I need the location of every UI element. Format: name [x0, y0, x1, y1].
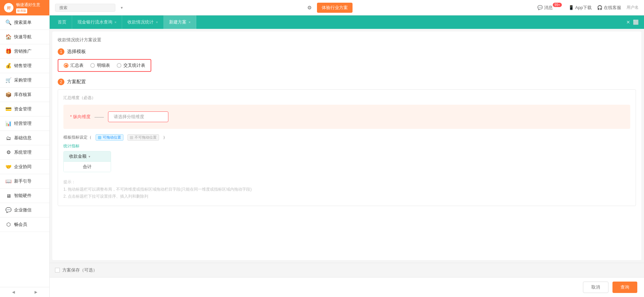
tab-new-plan[interactable]: 新建方案 ×: [164, 15, 196, 29]
sidebar-item-label: 资金管理: [14, 106, 32, 112]
sidebar-item-label: 营销推广: [14, 48, 32, 54]
cancel-button[interactable]: 取消: [583, 282, 608, 293]
draggable-indicator: [98, 136, 101, 139]
message-button[interactable]: 💬 消息 99+: [537, 5, 563, 11]
radio-summary[interactable]: 汇总表: [64, 62, 84, 68]
sidebar-item-inventory[interactable]: 📦 库存核算: [0, 88, 49, 102]
query-button[interactable]: 查询: [612, 282, 637, 293]
tip1-text: 1. 拖动标题栏可以调整布局，不可跨维度或指标区域拖动栏目字段(只能在同一维度或…: [63, 186, 630, 193]
non-draggable-label: 不可拖动位置: [135, 135, 157, 140]
metric-cell-total: 合计: [64, 162, 111, 172]
sidebar-logo: 好 畅捷通好生意 标准版: [0, 0, 49, 15]
metric-tag-revenue[interactable]: 收款金额 ▾: [64, 151, 111, 162]
gear-settings-icon[interactable]: ⚙: [307, 5, 312, 11]
tab-cashflow-close-icon[interactable]: ×: [114, 20, 116, 24]
save-checkbox[interactable]: [55, 268, 60, 273]
step1-section: 1 选择模板 汇总表 明细表 交叉统计表: [58, 48, 636, 72]
tips-title: 提示：: [63, 180, 75, 184]
search-input[interactable]: [55, 4, 115, 12]
sidebar-item-label: 采购管理: [14, 77, 32, 83]
sidebar-item-label: 企业微信: [14, 207, 32, 213]
vertical-dimension-label: * 纵向维度: [70, 114, 91, 120]
dimension-select[interactable]: 请选择分组维度: [108, 111, 168, 122]
message-label: 消息: [544, 5, 553, 11]
sidebar-item-search[interactable]: 🔍 搜索菜单: [0, 15, 49, 30]
close-window-icon[interactable]: ✕: [626, 19, 630, 25]
maximize-window-icon[interactable]: ⬜: [633, 19, 639, 25]
save-option-bar: 方案保存（可选）: [50, 263, 644, 277]
draggable-label: 可拖动位置: [103, 135, 121, 140]
sidebar-item-label: 系统管理: [14, 149, 32, 155]
sidebar-item-system[interactable]: ⚙ 系统管理: [0, 145, 49, 160]
dimension-subtitle: 汇总维度（必选）: [63, 95, 630, 101]
topbar-right: 💬 消息 99+ 📱 App下载 🎧 在线客服 用户名: [537, 5, 639, 11]
money-icon: 💰: [5, 63, 11, 69]
chat-icon: 💬: [5, 207, 11, 213]
tab-new-plan-label: 新建方案: [169, 19, 186, 25]
online-service-button[interactable]: 🎧 在线客服: [597, 5, 621, 11]
step2-section: 2 方案配置 汇总维度（必选） * 纵向维度 —— 请选择分组: [58, 79, 636, 206]
metrics-table: 收款金额 ▾ 合计: [63, 151, 111, 172]
sidebar-expand-btn[interactable]: ▶: [25, 290, 47, 294]
sidebar-item-label: 基础信息: [14, 135, 32, 141]
chevron-down-icon[interactable]: ▾: [121, 5, 123, 10]
sidebar-item-sales[interactable]: 💰 销售管理: [0, 59, 49, 73]
tab-cashflow[interactable]: 现金银行流水查询 ×: [72, 15, 122, 29]
tips-section: 提示： 1. 拖动标题栏可以调整布局，不可跨维度或指标区域拖动栏目字段(只能在同…: [63, 179, 630, 200]
dimension-arrow: ——: [95, 114, 104, 119]
radio-cross[interactable]: 交叉统计表: [117, 62, 145, 68]
app-download-button[interactable]: 📱 App下载: [569, 5, 592, 11]
sidebar-item-operation[interactable]: 📊 经营管理: [0, 116, 49, 131]
sidebar-item-label: 库存核算: [14, 92, 32, 98]
tab-home[interactable]: 首页: [52, 15, 72, 29]
draggable-badge: 可拖动位置: [96, 134, 123, 141]
logo-icon: 好: [4, 3, 13, 12]
sidebar-item-member[interactable]: ⬡ 畅会员: [0, 217, 49, 232]
industry-plan-button[interactable]: 体验行业方案: [317, 3, 353, 13]
home-icon: 🏠: [5, 34, 11, 40]
radio-detail-label: 明细表: [97, 62, 110, 68]
metrics-header-label: 模板指标设定（: [63, 135, 92, 140]
sidebar-bottom: ◀ ▶: [0, 287, 49, 297]
sidebar-item-quick-nav[interactable]: 🏠 快速导航: [0, 30, 49, 44]
radio-cross-label: 交叉统计表: [123, 62, 145, 68]
config-section: 汇总维度（必选） * 纵向维度 —— 请选择分组维度: [58, 89, 636, 206]
folder-icon: 🗂: [5, 135, 11, 141]
book-icon: 📖: [5, 178, 11, 184]
sidebar-item-basic[interactable]: 🗂 基础信息: [0, 131, 49, 145]
sidebar-item-label: 企业协同: [14, 164, 32, 170]
page-title: 收款情况统计方案设置: [58, 37, 636, 43]
phone-icon: 📱: [569, 5, 574, 10]
tab-receivable[interactable]: 收款情况统计 ×: [122, 15, 163, 29]
step1-label: 选择模板: [67, 49, 86, 55]
dimension-placeholder: 请选择分组维度: [114, 114, 144, 119]
non-draggable-badge: 不可拖动位置: [127, 134, 159, 141]
sidebar-item-marketing[interactable]: 🎁 营销推广: [0, 44, 49, 59]
logo-text: 畅捷通好生意 标准版: [16, 2, 40, 13]
metrics-section: 模板指标设定（ 可拖动位置 不可拖动位置 ） 统计指标: [63, 134, 630, 173]
sidebar-item-purchase[interactable]: 🛒 采购管理: [0, 73, 49, 88]
sidebar-item-guide[interactable]: 📖 新手引导: [0, 174, 49, 189]
sidebar-collapse-btn[interactable]: ◀: [3, 290, 24, 294]
radio-detail[interactable]: 明细表: [90, 62, 110, 68]
cart-icon: 🛒: [5, 77, 11, 83]
topbar: ▾ ⚙ 体验行业方案 💬 消息 99+ 📱 App下载 🎧 在线客服 用户名: [50, 0, 644, 15]
sidebar-item-hardware[interactable]: 🖥 智能硬件: [0, 189, 49, 203]
tip2-text: 2. 点击标题栏下拉可设置排序、插入列和删除列: [63, 193, 630, 200]
template-options-group: 汇总表 明细表 交叉统计表: [58, 59, 151, 72]
step2-header: 2 方案配置: [58, 79, 636, 85]
sidebar-item-label: 搜索菜单: [14, 19, 32, 26]
tab-new-plan-close-icon[interactable]: ×: [189, 20, 191, 24]
dimension-title-text: 汇总维度（必选）: [63, 95, 96, 100]
sidebar-item-finance[interactable]: 💳 资金管理: [0, 102, 49, 116]
logo-badge: 标准版: [16, 8, 27, 13]
step2-label: 方案配置: [67, 79, 86, 85]
save-option-label: 方案保存（可选）: [62, 267, 97, 273]
sidebar-item-wechat[interactable]: 💬 企业微信: [0, 203, 49, 217]
dimension-area: * 纵向维度 —— 请选择分组维度: [63, 105, 630, 129]
chart-icon: 📊: [5, 120, 11, 127]
sidebar-item-coop[interactable]: 🤝 企业协同: [0, 160, 49, 174]
sidebar: 好 畅捷通好生意 标准版 🔍 搜索菜单 🏠 快速导航 🎁 营销推广 💰 销售管理…: [0, 0, 50, 297]
tab-receivable-close-icon[interactable]: ×: [156, 20, 158, 24]
card-icon: 💳: [5, 106, 11, 112]
